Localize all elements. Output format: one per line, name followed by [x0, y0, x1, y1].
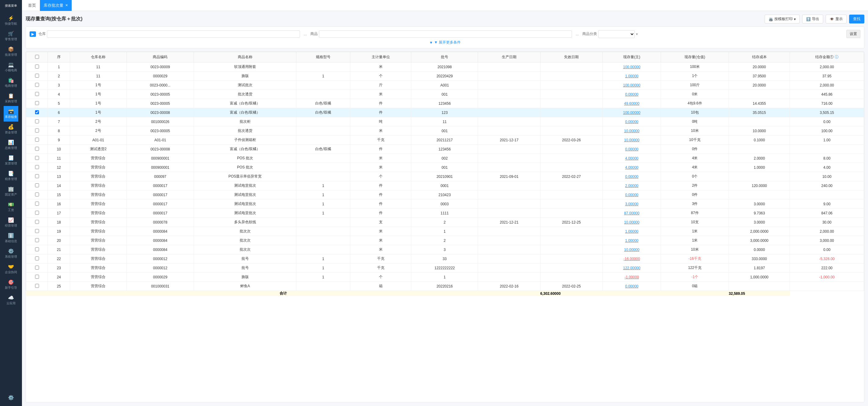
row-qty-main[interactable]: 10.00000	[602, 245, 661, 254]
row-qty-main[interactable]: 122.00000	[602, 264, 661, 273]
tab-close-icon[interactable]: ✕	[65, 3, 68, 7]
sidebar-item-cloud-app[interactable]: ☁️ 云应用	[4, 293, 18, 308]
table-row[interactable]: 6 1号 0023-00008 富减（白色/双橘） 白色/双橘 件 123 10…	[26, 108, 864, 117]
row-qty-main[interactable]: 3.00000	[602, 200, 661, 209]
print-button[interactable]: 🖨️ 按模板打印 ▾	[765, 14, 800, 24]
row-checkbox[interactable]	[26, 145, 48, 154]
row-qty-main[interactable]: 100.00000	[602, 108, 661, 117]
sidebar-item-quick-nav[interactable]: ⚡ 快捷导航	[4, 13, 18, 28]
tab-inventory-batch[interactable]: 库存批次量 ✕	[40, 0, 72, 11]
sidebar-item-purchase[interactable]: 📋 采购管理	[4, 91, 18, 106]
search-button[interactable]: 查找	[849, 14, 864, 24]
row-qty-main[interactable]: 49.60000	[602, 99, 661, 108]
row-qty-main[interactable]: 0.00000	[602, 117, 661, 126]
sidebar-item-accounting[interactable]: 📊 总账管理	[4, 137, 18, 153]
settings-button[interactable]: 设置	[846, 30, 860, 38]
row-qty-main[interactable]: 10.00000	[602, 126, 661, 136]
table-row[interactable]: 24 营营综合 0000029 旗版 1 个 1 -1.00000 -1个 1,…	[26, 273, 864, 282]
row-qty-main[interactable]: -16.00000	[602, 254, 661, 264]
info-icon[interactable]: ⓘ	[835, 55, 838, 59]
filter-expand-more[interactable]: ▼ ▼ 展开更多条件	[30, 40, 860, 45]
table-row[interactable]: 18 营营综合 0000078 多头异色软线 支 2 2021-12-21 20…	[26, 218, 864, 227]
product-input[interactable]	[319, 30, 572, 38]
sidebar-item-mini-ecom[interactable]: 💻 小额电商	[4, 59, 18, 75]
row-qty-main[interactable]: 0.00000	[602, 172, 661, 181]
row-checkbox[interactable]	[26, 90, 48, 99]
sidebar-item-collab[interactable]: 🤝 企业协同	[4, 261, 18, 277]
warehouse-input[interactable]	[47, 30, 300, 38]
table-row[interactable]: 20 营营综合 0000084 批次次 米 2 1.00000 1米 3,000…	[26, 236, 864, 245]
table-row[interactable]: 15 营营综合 0000017 测试电堂批次 1 件 210423 0.0000…	[26, 190, 864, 200]
table-row[interactable]: 10 测试透货2 0023-00008 富减（白色/双橘） 白色/双橘 件 12…	[26, 145, 864, 154]
row-checkbox[interactable]	[26, 190, 48, 200]
table-row[interactable]: 16 营营综合 0000017 测试电堂批次 1 件 0003 3.00000 …	[26, 200, 864, 209]
row-qty-main[interactable]: 100.00000	[602, 62, 661, 72]
sidebar-item-tax[interactable]: 📑 税务管理	[4, 168, 18, 184]
row-checkbox[interactable]	[26, 81, 48, 90]
row-checkbox[interactable]	[26, 136, 48, 145]
table-row[interactable]: 14 营营综合 0000017 测试电堂批次 1 件 0001 2.00000 …	[26, 181, 864, 190]
table-row[interactable]: 22 营营综合 0000012 批号 1 千克 33 -16.00000 -16…	[26, 254, 864, 264]
sidebar-search[interactable]: 搜索菜单	[4, 2, 18, 9]
row-checkbox[interactable]	[26, 227, 48, 236]
sidebar-item-ops[interactable]: 📈 经营管理	[4, 215, 18, 230]
table-row[interactable]: 9 A01-01 A01-01 子件侦测箱柜 千克 20211217 2021-…	[26, 136, 864, 145]
sidebar-item-wholesale[interactable]: 📦 批发管理	[4, 44, 18, 59]
row-qty-main[interactable]: 4.00000	[602, 154, 661, 163]
row-qty-main[interactable]: 10.00000	[602, 218, 661, 227]
table-row[interactable]: 21 营营综合 0000084 批次次 米 3 10.00000 10米 0.0…	[26, 245, 864, 254]
sidebar-item-finance[interactable]: 💰 资金管理	[4, 122, 18, 137]
row-checkbox[interactable]	[26, 254, 48, 264]
row-checkbox[interactable]	[26, 108, 48, 117]
table-row[interactable]: 17 营营综合 0000017 测试电堂批次 1 件 1111 87.00000…	[26, 209, 864, 218]
row-checkbox[interactable]	[26, 218, 48, 227]
table-row[interactable]: 23 营营综合 0000012 批号 1 千克 1222222222 122.0…	[26, 264, 864, 273]
table-row[interactable]: 11 营营综合 000900001 POS 批次 米 002 4.00000 4…	[26, 154, 864, 163]
table-row[interactable]: 2 11 0000029 旗版 1 个 20220429 1.00000 1个 …	[26, 72, 864, 81]
tab-home[interactable]: 首页	[24, 0, 40, 11]
table-row[interactable]: 25 营营综合 001000031 鲆鱼A 箱 20220216 2022-02…	[26, 282, 864, 291]
row-checkbox[interactable]	[26, 126, 48, 136]
table-row[interactable]: 12 营营综合 000900001 POS 批次 米 001 4.00000 4…	[26, 163, 864, 172]
sidebar-item-inventory[interactable]: 🗃️ 库存核查	[4, 106, 18, 122]
row-checkbox[interactable]	[26, 163, 48, 172]
sidebar-item-retail[interactable]: 🛒 零售管理	[4, 28, 18, 44]
table-row[interactable]: 1 11 0023-00009 软顶通用附套 米 2021098 100.000…	[26, 62, 864, 72]
category-select[interactable]	[598, 30, 635, 38]
row-checkbox[interactable]	[26, 273, 48, 282]
row-checkbox[interactable]	[26, 117, 48, 126]
row-checkbox[interactable]	[26, 209, 48, 218]
filter-expand-btn[interactable]: ▶	[30, 31, 36, 37]
row-qty-main[interactable]: -1.00000	[602, 273, 661, 282]
row-checkbox[interactable]	[26, 99, 48, 108]
sidebar-item-sys-mgmt[interactable]: ⚙️ 系统管理	[4, 246, 18, 261]
table-row[interactable]: 3 1号 0023-0000... 测试批次 斤 A001 100.00000 …	[26, 81, 864, 90]
row-qty-main[interactable]: 1.00000	[602, 227, 661, 236]
row-qty-main[interactable]: 0.00000	[602, 282, 661, 291]
row-qty-main[interactable]: 1.00000	[602, 72, 661, 81]
row-qty-main[interactable]: 0.00000	[602, 145, 661, 154]
row-qty-main[interactable]: 87.00000	[602, 209, 661, 218]
sidebar-item-settings[interactable]: ⚙️	[0, 392, 22, 404]
row-checkbox[interactable]	[26, 181, 48, 190]
row-qty-main[interactable]: 1.00000	[602, 236, 661, 245]
row-checkbox[interactable]	[26, 62, 48, 72]
table-row[interactable]: 19 营营综合 0000084 批次次 米 1 1.00000 1米 2,000…	[26, 227, 864, 236]
row-qty-main[interactable]: 0.00000	[602, 90, 661, 99]
row-checkbox[interactable]	[26, 236, 48, 245]
sidebar-item-new-guide[interactable]: 🎯 新手引导	[4, 277, 18, 293]
table-row[interactable]: 4 1号 0023-00005 批次透货 米 001 0.00000 0米 44…	[26, 90, 864, 99]
row-checkbox[interactable]	[26, 72, 48, 81]
row-checkbox[interactable]	[26, 154, 48, 163]
row-qty-main[interactable]: 2.00000	[602, 181, 661, 190]
sidebar-item-ecom[interactable]: 🛍️ 电商管理	[4, 75, 18, 91]
table-row[interactable]: 5 1号 0023-00005 富减（白色/双橘） 白色/双橘 件 123456…	[26, 99, 864, 108]
table-row[interactable]: 13 营营综合 000097 POS显示率佰异常宽 个 20210901 202…	[26, 172, 864, 181]
row-checkbox[interactable]	[26, 200, 48, 209]
select-all-checkbox[interactable]	[35, 55, 39, 59]
table-row[interactable]: 7 2号 001000026 批次柜 吨 11 0.00000 0吨 0.00	[26, 117, 864, 126]
row-qty-main[interactable]: 0.00000	[602, 190, 661, 200]
sidebar-item-base-info[interactable]: ℹ️ 基础信息	[4, 230, 18, 246]
sidebar-item-fixed-assets[interactable]: 🏢 固定资产	[4, 184, 18, 199]
toggle-display-button[interactable]: 👁️ 显示	[826, 14, 847, 24]
